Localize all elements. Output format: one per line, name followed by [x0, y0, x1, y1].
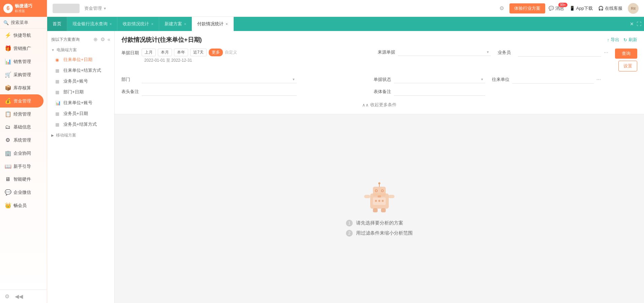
tip-text-1: 请先选择要分析的方案: [356, 220, 403, 226]
body-note-input[interactable]: [394, 88, 485, 96]
sidebar-item-guide[interactable]: 📖 新手引导: [0, 160, 47, 173]
tab-bank[interactable]: 现金银行流水查询 ×: [67, 17, 117, 31]
sidebar-item-member[interactable]: 👑 畅会员: [0, 199, 47, 212]
dept-dropdown-icon: ▾: [293, 77, 295, 82]
topbar-breadcrumb-text: 资金管理: [84, 5, 102, 11]
scheme-settings-icon[interactable]: ⚙: [100, 36, 105, 42]
svg-rect-8: [378, 195, 381, 198]
quick-nav-icon: ⚡: [5, 32, 11, 38]
staff-settle-icon: ▦: [55, 122, 61, 127]
app-download-btn[interactable]: 📱 App下载: [569, 5, 593, 11]
sidebar-item-hardware[interactable]: 🖥 智能硬件: [0, 173, 47, 186]
sidebar-item-basic[interactable]: 🗂 基础信息: [0, 121, 47, 133]
dept-select[interactable]: ▾: [142, 76, 297, 83]
collapse-up-icon: ∧∧: [362, 102, 369, 108]
source-select[interactable]: ▾: [398, 49, 491, 56]
tab-home[interactable]: 首页: [47, 17, 67, 31]
collapse-bar[interactable]: ∧∧ 收起更多条件: [121, 99, 637, 111]
maximize-window-icon[interactable]: ⛶: [637, 21, 641, 27]
sidebar-item-marketing[interactable]: 🎁 营销推广: [0, 42, 47, 55]
close-window-icon[interactable]: ✕: [630, 21, 634, 27]
query-btn[interactable]: 查询: [615, 49, 637, 59]
empty-robot-svg: [361, 181, 398, 214]
sidebar-item-system[interactable]: ⚙ 系统管理: [0, 133, 47, 147]
topbar-right: 💬 消息 99+ 📱 App下载 🎧 在线客服 Rit: [549, 3, 639, 14]
topbar-settings-icon[interactable]: ⚙: [499, 5, 504, 11]
svg-point-16: [382, 200, 384, 202]
inventory-icon: 📦: [5, 85, 11, 91]
sidebar-item-wechat[interactable]: 💬 企业微信: [0, 186, 47, 199]
tab-new-plan-close[interactable]: ×: [184, 22, 186, 26]
custom-btn[interactable]: 自定义: [225, 50, 237, 55]
this-year-btn[interactable]: 本年: [174, 49, 188, 56]
svg-point-15: [378, 200, 380, 202]
scheme-unit-account[interactable]: 📊 往来单位+账号: [47, 97, 114, 108]
status-select[interactable]: ▾: [394, 76, 485, 83]
svg-rect-13: [381, 208, 386, 212]
sidebar-item-inventory[interactable]: 📦 库存核算: [0, 81, 47, 94]
last-month-btn[interactable]: 上月: [142, 49, 156, 56]
staff-dots[interactable]: ···: [601, 50, 611, 56]
empty-tips: 1 请先选择要分析的方案 2 用过滤条件来缩小分析范围: [346, 220, 413, 237]
breadcrumb-dropdown-icon[interactable]: ▾: [104, 6, 106, 11]
tip-num-2: 2: [346, 230, 353, 237]
scheme-dept-date[interactable]: ▦ 部门+日期: [47, 87, 114, 97]
message-icon: 💬: [549, 6, 554, 11]
left-panel: 按以下方案查询 ⊕ ⚙ « ▼ 电脑端方案 ◉ 往来单位+日期 ▦ 往来单位+结…: [47, 31, 115, 303]
staff-input[interactable]: [518, 49, 601, 57]
svg-point-14: [375, 200, 377, 202]
scheme-staff-settle[interactable]: ▦ 业务员+结算方式: [47, 119, 114, 130]
filter-title-row: 付款情况统计(往来单位+日期) ↑ 导出 ↻ 刷新: [121, 36, 637, 44]
tab-payment[interactable]: 付款情况统计 ×: [192, 17, 233, 31]
settings-btn[interactable]: 设置: [618, 61, 637, 71]
content-area: 按以下方案查询 ⊕ ⚙ « ▼ 电脑端方案 ◉ 往来单位+日期 ▦ 往来单位+结…: [47, 31, 644, 303]
online-service-btn[interactable]: 🎧 在线客服: [598, 5, 622, 11]
tab-bank-close[interactable]: ×: [110, 22, 112, 26]
this-month-btn[interactable]: 本月: [158, 49, 172, 56]
tab-new-plan[interactable]: 新建方案 ×: [159, 17, 192, 31]
unit-input[interactable]: [512, 75, 594, 84]
mobile-section[interactable]: ▶ 移动端方案: [47, 130, 114, 141]
more-btn[interactable]: 更多: [209, 49, 223, 56]
sidebar-item-capital[interactable]: 💰 资金管理: [0, 94, 43, 108]
left-panel-header: 按以下方案查询 ⊕ ⚙ «: [47, 34, 114, 46]
user-avatar[interactable]: Rit: [628, 3, 639, 14]
collapse-sidebar-icon[interactable]: ◀◀: [15, 293, 23, 300]
tab-bar: 首页 现金银行流水查询 × 收款情况统计 × 新建方案 × 付款情况统计 × ✕…: [47, 17, 644, 31]
tab-receipt[interactable]: 收款情况统计 ×: [117, 17, 159, 31]
tab-payment-close[interactable]: ×: [226, 22, 228, 26]
add-scheme-icon[interactable]: ⊕: [93, 36, 98, 42]
scheme-staff-date[interactable]: ▦ 业务员+日期: [47, 108, 114, 119]
tab-spacer: [234, 17, 627, 31]
scheme-unit-settle[interactable]: ▦ 往来单位+结算方式: [47, 65, 114, 76]
tab-receipt-close[interactable]: ×: [151, 22, 153, 26]
date-buttons: 上月 本月 本年 近7天 更多 自定义: [142, 49, 371, 56]
operation-icon: 📋: [5, 111, 11, 117]
header-note-input[interactable]: [142, 88, 297, 96]
export-btn[interactable]: ↑ 导出: [607, 37, 620, 43]
sidebar-item-purchase[interactable]: 🛒 采购管理: [0, 68, 47, 81]
page-title: 付款情况统计(往来单位+日期): [121, 36, 202, 44]
enterprise-icon: 🏢: [5, 150, 11, 156]
collapse-panel-icon[interactable]: «: [108, 36, 110, 42]
desktop-arrow-icon[interactable]: ▼: [51, 48, 55, 52]
message-btn[interactable]: 💬 消息 99+: [549, 5, 564, 11]
sidebar-search[interactable]: 🔍 搜索菜单: [0, 17, 47, 29]
unit-dots[interactable]: ···: [594, 77, 604, 83]
settings-bottom-icon[interactable]: ⚙: [5, 293, 9, 300]
last-7days-btn[interactable]: 近7天: [190, 49, 207, 56]
empty-tip-2: 2 用过滤条件来缩小分析范围: [346, 230, 413, 237]
sidebar-item-quick-nav[interactable]: ⚡ 快捷导航: [0, 29, 47, 42]
status-label: 单据状态: [374, 77, 394, 83]
sidebar-item-sales[interactable]: 📊 销售管理: [0, 55, 47, 68]
trial-btn[interactable]: 体验行业方案: [509, 3, 545, 13]
system-icon: ⚙: [5, 137, 11, 143]
tip-num-1: 1: [346, 220, 353, 226]
sidebar-item-operation[interactable]: 📋 经营管理: [0, 108, 47, 121]
scheme-staff-account[interactable]: ▦ 业务员+账号: [47, 76, 114, 87]
refresh-btn[interactable]: ↻ 刷新: [623, 37, 637, 43]
basic-icon: 🗂: [5, 124, 11, 130]
sidebar-item-enterprise[interactable]: 🏢 企业协同: [0, 147, 47, 160]
scheme-unit-date[interactable]: ◉ 往来单位+日期: [47, 54, 114, 65]
tip-text-2: 用过滤条件来缩小分析范围: [356, 230, 413, 236]
